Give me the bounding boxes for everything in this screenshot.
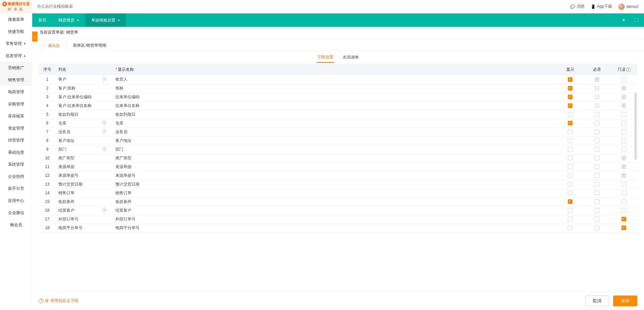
checkbox[interactable] (622, 147, 626, 152)
checkbox[interactable] (595, 147, 599, 152)
scrollbar[interactable] (635, 93, 637, 287)
checkbox[interactable] (568, 182, 573, 187)
help-icon[interactable]: ? (626, 67, 631, 72)
account-selector[interactable]: 办公品行业模拟账套 ﹀ (37, 4, 113, 9)
cell-display-name[interactable]: 预计交货日期 (113, 180, 557, 189)
checkbox[interactable] (595, 191, 599, 195)
checkbox[interactable] (568, 208, 573, 213)
cell-display-name[interactable]: 仓库 (113, 119, 557, 127)
checkbox[interactable] (622, 112, 626, 117)
cell-display-name[interactable]: 简称 (113, 84, 557, 93)
region-tab[interactable]: 表体区-销货单明细 (66, 40, 113, 51)
sidebar-item[interactable]: 经营管理 (0, 134, 32, 146)
fields-table-wrapper[interactable]: 序号 列名 *显示名称 显示 必录 只读? 1客户+收货人2客户.简称简称3客户… (32, 64, 644, 291)
plus-icon[interactable]: + (102, 208, 107, 212)
checkbox[interactable] (568, 173, 573, 178)
cell-display-name[interactable]: 收款条件 (113, 197, 557, 206)
cell-display-name[interactable]: 来源单据号 (113, 171, 557, 180)
checkbox[interactable] (568, 138, 573, 143)
cell-display-name[interactable]: 结算客户 (113, 206, 557, 215)
checkbox[interactable] (595, 208, 599, 213)
checkbox[interactable] (568, 121, 573, 125)
checkbox[interactable] (568, 225, 573, 230)
sidebar-item[interactable]: 资金管理 (0, 122, 32, 134)
checkbox[interactable] (622, 217, 626, 221)
checkbox[interactable] (622, 138, 626, 143)
user-menu[interactable]: demo2 (618, 3, 639, 10)
sidebar-subitem[interactable]: 销售管理 (0, 74, 32, 86)
checkbox[interactable] (568, 95, 573, 99)
sidebar-item[interactable]: 零售管理▼ (0, 38, 32, 50)
checkbox[interactable] (595, 182, 599, 187)
sidebar-item[interactable]: 新手引导 (0, 183, 32, 195)
checkbox[interactable] (622, 130, 626, 134)
sidebar-item[interactable]: 批发管理▲ (0, 50, 32, 62)
checkbox[interactable] (568, 130, 573, 134)
cell-display-name[interactable]: 部门 (113, 145, 557, 154)
sidebar-item[interactable]: 搜索菜单 (0, 13, 32, 25)
checkbox[interactable] (595, 138, 599, 143)
cancel-button[interactable]: 取消 (585, 296, 609, 306)
sidebar-subitem[interactable]: 营销推广 (0, 62, 32, 74)
app-download-button[interactable]: 📱 App下载 (591, 4, 612, 9)
inner-tab[interactable]: 布局调整 (342, 53, 360, 62)
sidebar-item[interactable]: 电商管理 (0, 86, 32, 98)
save-button[interactable]: 保存 (613, 296, 637, 306)
sidebar-item[interactable]: 库存核算 (0, 110, 32, 122)
cell-display-name[interactable]: 业务员 (113, 127, 557, 136)
cell-display-name[interactable]: 收款到期日 (113, 110, 557, 119)
plus-icon[interactable]: + (102, 147, 107, 151)
checkbox[interactable] (568, 86, 573, 91)
checkbox[interactable] (595, 164, 599, 169)
checkbox[interactable] (568, 199, 573, 204)
checkbox[interactable] (595, 121, 599, 125)
cell-display-name[interactable]: 销售订单 (113, 189, 557, 197)
nav-tab[interactable]: 销货退货✕ (52, 13, 85, 27)
checkbox[interactable] (622, 77, 626, 82)
sidebar-item[interactable]: 企业协同 (0, 170, 32, 183)
cell-display-name[interactable]: 来源单据 (113, 162, 557, 171)
checkbox[interactable] (595, 217, 599, 221)
fullscreen-button[interactable]: ⛶ (632, 16, 641, 24)
nav-tab[interactable]: 首页 (32, 13, 52, 27)
checkbox[interactable] (622, 182, 626, 187)
checkbox[interactable] (568, 112, 573, 117)
checkbox[interactable] (568, 147, 573, 152)
cell-display-name[interactable]: 收货人 (113, 75, 557, 84)
expand-panel-handle[interactable]: » (32, 32, 38, 42)
checkbox[interactable] (622, 208, 626, 213)
checkbox[interactable] (568, 164, 573, 169)
checkbox[interactable] (595, 199, 599, 204)
nav-tab[interactable]: 单据模板设置✕ (85, 13, 126, 27)
plus-icon[interactable]: + (102, 120, 107, 125)
sidebar-item[interactable]: 快捷导航 (0, 25, 32, 38)
sidebar-item[interactable]: 应用中心 (0, 195, 32, 207)
checkbox[interactable] (595, 112, 599, 117)
checkbox[interactable] (568, 103, 573, 108)
checkbox[interactable] (595, 225, 599, 230)
checkbox[interactable] (568, 77, 573, 82)
checkbox[interactable] (595, 173, 599, 178)
close-icon[interactable]: ✕ (76, 18, 79, 22)
cell-display-name[interactable]: 客户地址 (113, 136, 557, 145)
checkbox[interactable] (595, 130, 599, 134)
checkbox[interactable] (622, 191, 626, 195)
close-all-tabs-button[interactable]: ✕ (619, 16, 628, 24)
cell-display-name[interactable]: 推广类型 (113, 154, 557, 162)
sidebar-item[interactable]: 企业微信 (0, 207, 32, 219)
region-tab[interactable]: 表头区 (42, 40, 66, 51)
cell-display-name[interactable]: 外部订单号 (113, 215, 557, 223)
checkbox[interactable] (568, 156, 573, 160)
checkbox[interactable] (568, 217, 573, 221)
close-icon[interactable]: ✕ (117, 18, 120, 22)
checkbox[interactable] (568, 191, 573, 195)
sidebar-item[interactable]: 采购管理 (0, 98, 32, 110)
manage-custom-fields-link[interactable]: ? ⚙ 管理自定义字段 (39, 298, 78, 304)
plus-icon[interactable]: + (102, 76, 107, 81)
sidebar-item[interactable]: 系统管理 (0, 158, 32, 170)
inner-tab[interactable]: 字段设置 (317, 52, 334, 63)
cell-display-name[interactable]: 往来单位名称 (113, 101, 557, 110)
messages-button[interactable]: 💬 消息 (570, 4, 585, 9)
checkbox[interactable] (595, 156, 599, 160)
plus-icon[interactable]: + (102, 129, 107, 134)
